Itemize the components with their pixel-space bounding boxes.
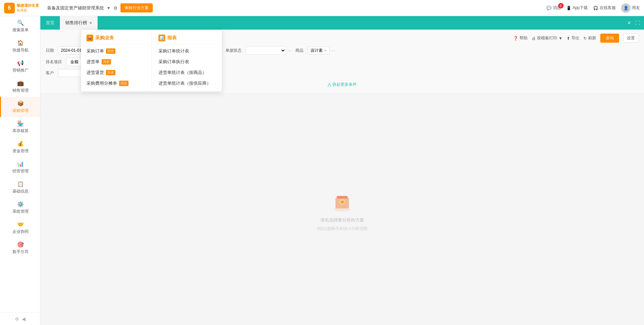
header-settings-icon[interactable]: ⚙ xyxy=(113,5,118,11)
dropdown-report-col: 📊 报表 采购订单统计表 采购订单执行表 进货单统计表（按商品） 进货单统计表（… xyxy=(153,33,222,89)
status-more-dots[interactable]: ··· xyxy=(287,48,291,53)
sales-icon: 💼 xyxy=(17,80,24,86)
dropdown-item-expense[interactable]: 采购费用分摊单 历史 xyxy=(84,78,147,89)
dropdown-item-return[interactable]: 进货退货 历史 xyxy=(84,67,147,78)
tab-close-btn[interactable]: ✕ xyxy=(626,19,633,27)
dropdown-purchase-header: 📦 采购业务 xyxy=(84,33,147,44)
query-btn[interactable]: 查询 xyxy=(600,34,619,43)
refresh-btn[interactable]: ↻ 刷新 xyxy=(583,35,596,41)
print-btn[interactable]: 🖨 按模板打印 ▼ xyxy=(532,35,563,41)
report-col-icon: 📊 xyxy=(158,35,165,41)
dropdown-item-inbound[interactable]: 进货单 历史 xyxy=(84,56,147,67)
sidebar-item-label-base: 基础信息 xyxy=(12,189,29,194)
system-title: 装备及固定资产辅助管理系统 xyxy=(47,5,104,11)
dropdown-menu: 📦 采购业务 采购订单 历史 进货单 历史 进货退货 历史 采购费用分摊单 xyxy=(81,30,222,92)
message-icon: 💬 xyxy=(546,6,551,10)
tab-home-label: 首页 xyxy=(46,20,55,26)
settings-action-btn[interactable]: 设置 xyxy=(623,34,639,43)
message-btn[interactable]: 💬 消息 6 xyxy=(546,5,561,11)
goods-tag-close[interactable]: ✕ xyxy=(324,49,327,52)
operations-icon: 📊 xyxy=(17,161,24,167)
inventory-icon: 🏪 xyxy=(17,120,24,127)
purchase-order-history-badge: 历史 xyxy=(106,48,115,54)
goods-more-dots[interactable]: ··· xyxy=(331,48,335,53)
return-history-badge: 历史 xyxy=(106,70,115,75)
tab-expand-btn[interactable]: ⛶ xyxy=(634,19,641,27)
logo-area: 6 畅捷通好生意 标准版 xyxy=(4,3,44,13)
purchase-col-title: 采购业务 xyxy=(95,35,114,41)
query-label: 查询 xyxy=(606,35,614,41)
sidebar-item-label-operations: 经营管理 xyxy=(12,168,29,174)
help-btn[interactable]: ❓ 帮助 xyxy=(513,35,528,41)
goods-filter-label: 商品 xyxy=(295,48,303,53)
inbound-label: 进货单 xyxy=(86,59,100,65)
empty-state: 😊 请先选择要分析的方案 用[过滤]条件来缩小分析范围 xyxy=(40,94,644,325)
collapse-up-icon: ⋀ xyxy=(328,82,331,87)
tab-home[interactable]: 首页 xyxy=(40,16,60,30)
user-avatar: 👤 xyxy=(621,3,631,13)
sidebar-item-marketing[interactable]: 📢 营销推广 xyxy=(0,56,40,77)
export-btn[interactable]: ⬆ 导出 xyxy=(567,35,579,41)
dropdown-item-purchase-exec[interactable]: 采购订单执行表 xyxy=(156,56,219,67)
sidebar-item-base[interactable]: 📋 基础信息 xyxy=(0,177,40,198)
export-label: 导出 xyxy=(571,35,579,41)
status-filter-control: ··· xyxy=(246,46,291,55)
export-icon: ⬆ xyxy=(567,36,570,41)
industry-button[interactable]: 体验行业方案 xyxy=(120,3,153,12)
sidebar-item-label-enterprise: 企业协同 xyxy=(12,229,29,235)
print-dropdown-icon: ▼ xyxy=(559,36,563,41)
sidebar-item-sales[interactable]: 💼 销售管理 xyxy=(0,77,40,97)
status-select[interactable] xyxy=(246,46,286,55)
sidebar-item-enterprise[interactable]: 🤝 企业协同 xyxy=(0,218,40,238)
sidebar-item-search[interactable]: 🔍 搜索菜单 xyxy=(0,16,40,36)
empty-hint-2: 用[过滤]条件来缩小分析范围 xyxy=(317,226,368,232)
empty-hint-1: 请先选择要分析的方案 xyxy=(320,217,364,223)
print-icon: 🖨 xyxy=(532,36,536,41)
sidebar-item-system[interactable]: ⚙️ 系统管理 xyxy=(0,198,40,218)
sidebar-collapse-btn[interactable]: ◀ xyxy=(22,316,26,322)
inbound-stat-supplier-label: 进货单统计表（按供应商） xyxy=(158,80,211,86)
dropdown-item-inbound-stat-supplier[interactable]: 进货单统计表（按供应商） xyxy=(156,78,219,89)
user-btn[interactable]: 👤 用友 xyxy=(621,3,640,13)
logo-icon: 6 xyxy=(4,3,15,13)
sidebar-item-label-finance: 资金管理 xyxy=(12,148,29,154)
header-center: 装备及固定资产辅助管理系统 ▼ ⚙ 体验行业方案 xyxy=(44,3,546,12)
svg-text:😊: 😊 xyxy=(340,200,345,204)
enterprise-icon: 🤝 xyxy=(17,221,24,228)
system-dropdown-btn[interactable]: ▼ xyxy=(107,6,111,10)
rank-filter-label: 排名项目 xyxy=(46,59,62,65)
app-download-btn[interactable]: 📱 App下载 xyxy=(566,5,588,11)
empty-illustration: 😊 xyxy=(329,188,356,214)
tab-sales-rank-close[interactable]: ✕ xyxy=(89,21,92,25)
sidebar-item-label-guide: 新手引导 xyxy=(12,249,29,255)
refresh-label: 刷新 xyxy=(588,35,596,41)
dropdown-purchase-col: 📦 采购业务 采购订单 历史 进货单 历史 进货退货 历史 采购费用分摊单 xyxy=(81,33,150,89)
dropdown-item-purchase-order[interactable]: 采购订单 历史 xyxy=(84,46,147,56)
collapse-label: 收起更多条件 xyxy=(332,82,357,87)
dropdown-item-purchase-stat[interactable]: 采购订单统计表 xyxy=(156,46,219,56)
sidebar-item-label-search: 搜索菜单 xyxy=(12,27,29,33)
svg-rect-2 xyxy=(337,196,348,199)
message-badge: 6 xyxy=(558,3,564,8)
sidebar-item-purchase[interactable]: 📦 采购管理 xyxy=(0,97,40,117)
content-area: 首页 销售排行榜 ✕ ✕ ⛶ ❓ 帮助 🖨 按模板打印 ▼ xyxy=(40,16,644,325)
online-service-btn[interactable]: 🎧 在线客服 xyxy=(593,5,616,11)
sidebar-item-operations[interactable]: 📊 经营管理 xyxy=(0,157,40,177)
sidebar-item-label-inventory: 库存核算 xyxy=(12,128,29,134)
sidebar-item-finance[interactable]: 💰 资金管理 xyxy=(0,137,40,157)
sidebar-item-inventory[interactable]: 🏪 库存核算 xyxy=(0,117,40,137)
sidebar-item-label-sales: 销售管理 xyxy=(12,88,29,93)
print-label: 按模板打印 xyxy=(537,35,557,41)
header-right: 💬 消息 6 📱 App下载 🎧 在线客服 👤 用友 xyxy=(546,3,640,13)
headset-icon: 🎧 xyxy=(593,6,598,10)
dropdown-item-inbound-stat-goods[interactable]: 进货单统计表（按商品） xyxy=(156,67,219,78)
system-icon: ⚙️ xyxy=(17,201,24,207)
purchase-icon: 📦 xyxy=(17,100,24,107)
sidebar-item-quick[interactable]: 🏠 快捷导航 xyxy=(0,36,40,56)
sidebar-item-guide[interactable]: 🎯 新手引导 xyxy=(0,238,40,258)
sidebar: 🔍 搜索菜单 🏠 快捷导航 📢 营销推广 💼 销售管理 📦 采购管理 🏪 库存核… xyxy=(0,16,40,325)
help-label: 帮助 xyxy=(520,35,528,41)
tab-sales-rank[interactable]: 销售排行榜 ✕ xyxy=(60,16,98,30)
customer-filter-label: 客户 xyxy=(46,70,54,76)
sidebar-settings-btn[interactable]: ⚙ xyxy=(15,316,19,322)
